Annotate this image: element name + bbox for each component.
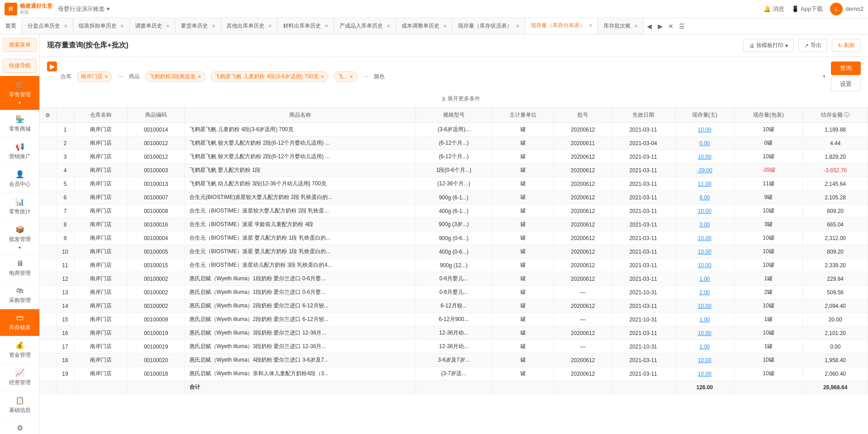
tab-close-icon[interactable]: ✕ bbox=[212, 24, 215, 28]
row-stock-main[interactable]: 1.00 bbox=[675, 272, 734, 286]
remove-goods-tag1-icon[interactable]: ✕ bbox=[198, 74, 201, 79]
row-balance: 20.00 bbox=[803, 313, 868, 326]
tab-close-icon[interactable]: ✕ bbox=[387, 24, 390, 28]
sidebar-item-inventory[interactable]: 🗃 库存核算 bbox=[0, 309, 39, 336]
row-stock-main[interactable]: -39.00 bbox=[675, 164, 734, 177]
gear-icon[interactable]: ⚙ bbox=[45, 112, 50, 118]
row-stock-main[interactable]: 10.00 bbox=[675, 245, 734, 259]
tab-bar: 首页 分盘点单历史 ✕ 组装拆卸单历史 ✕ 调拨单历史 ✕ 要货单历史 ✕ 其他… bbox=[0, 18, 868, 34]
warehouse-filter-tag[interactable]: 南岸门店 ✕ bbox=[77, 71, 112, 82]
remove-goods-tag3-icon[interactable]: ✕ bbox=[349, 74, 353, 79]
row-warehouse: 南岸门店 bbox=[74, 272, 127, 286]
sidebar-item-retail_mgmt[interactable]: 🛒 零售管理 ▾ bbox=[0, 76, 39, 110]
row-gear bbox=[40, 354, 56, 367]
query-button[interactable]: 查询 bbox=[831, 61, 861, 75]
app-download-btn[interactable]: 📱 App下载 bbox=[792, 5, 823, 13]
tab-close-icon[interactable]: ✕ bbox=[64, 24, 67, 28]
print-button[interactable]: 🖨 按模板打印 ▾ bbox=[743, 39, 794, 52]
row-gear bbox=[40, 299, 56, 313]
tab-close-all[interactable]: ✕ bbox=[665, 21, 676, 32]
sidebar-item-member_center[interactable]: 👤 会员中心 bbox=[0, 165, 39, 193]
sidebar-item-retail_stats[interactable]: 📊 零售统计 bbox=[0, 193, 39, 221]
footer-empty6 bbox=[492, 381, 554, 394]
remove-goods-tag2-icon[interactable]: ✕ bbox=[321, 74, 324, 79]
row-stock-main[interactable]: 11.00 bbox=[675, 177, 734, 191]
tab-现存量库存状况表[interactable]: 现存量（库存状况表） ✕ bbox=[453, 18, 525, 34]
row-expire: 2021-03-04 bbox=[612, 137, 675, 150]
sidebar-item-operation[interactable]: 📈 经营管理 bbox=[0, 364, 39, 392]
settings-button[interactable]: 设置 bbox=[831, 77, 861, 91]
expand-filter-button[interactable]: ▶ bbox=[47, 61, 57, 71]
row-stock-main[interactable]: 0.00 bbox=[675, 137, 734, 150]
row-stock-main[interactable]: 10.00 bbox=[675, 299, 734, 313]
expand-conditions-button[interactable]: ⊻ 展开更多条件 bbox=[442, 95, 480, 103]
tab-产成品入库单历史[interactable]: 产成品入库单历史 ✕ bbox=[334, 18, 396, 34]
tab-close-icon[interactable]: ✕ bbox=[325, 24, 328, 28]
row-stock-main[interactable]: 10.00 bbox=[675, 326, 734, 340]
tab-close-icon[interactable]: ✕ bbox=[120, 24, 124, 28]
warehouse-filter-more[interactable]: ··· bbox=[118, 72, 123, 80]
sidebar-item-retail_shop[interactable]: 🏪 零售商城 bbox=[0, 110, 39, 138]
tab-menu[interactable]: ☰ bbox=[676, 21, 687, 32]
row-balance: 809.20 bbox=[803, 204, 868, 218]
messages-btn[interactable]: 🔔 消息 bbox=[764, 5, 784, 13]
tab-其他出库单历史[interactable]: 其他出库单历史 ✕ bbox=[221, 18, 278, 34]
export-button[interactable]: ↗ 导出 bbox=[798, 39, 827, 52]
sidebar-item-sys_mgmt[interactable]: ⚙ 系统管理 bbox=[0, 419, 39, 434]
row-stock-main[interactable]: 10.00 bbox=[675, 367, 734, 381]
tab-home[interactable]: 首页 bbox=[0, 18, 22, 34]
row-stock-main[interactable]: 1.00 bbox=[675, 313, 734, 326]
row-batch: 20200612 bbox=[554, 191, 612, 204]
tab-close-icon[interactable]: ✕ bbox=[516, 24, 519, 28]
logo-icon: 好 bbox=[5, 3, 17, 15]
tab-close-icon[interactable]: ✕ bbox=[589, 23, 592, 28]
row-stock-main[interactable]: 10.00 bbox=[675, 259, 734, 272]
tab-调拨单历史[interactable]: 调拨单历史 ✕ bbox=[130, 18, 175, 34]
row-stock-main[interactable]: 1.00 bbox=[675, 340, 734, 354]
goods-filter-more[interactable]: ··· bbox=[363, 72, 368, 80]
search-menu-button[interactable]: 搜索菜单 bbox=[3, 38, 37, 52]
row-stock-main[interactable]: 10.00 bbox=[675, 354, 734, 367]
sidebar-item-basic_info[interactable]: 📋 基础信息 bbox=[0, 392, 39, 419]
color-dropdown-icon[interactable]: ▾ bbox=[823, 73, 826, 80]
tab-现存量库存分布表[interactable]: 现存量（库存分布表） ✕ bbox=[525, 18, 598, 34]
tab-close-icon[interactable]: ✕ bbox=[443, 24, 447, 28]
sidebar-item-ecom_mgmt[interactable]: 🖥 电商管理 bbox=[0, 255, 39, 282]
row-stock-main[interactable]: 3.00 bbox=[675, 218, 734, 231]
row-balance: 0.00 bbox=[803, 340, 868, 354]
row-gear bbox=[40, 313, 56, 326]
row-stock-main[interactable]: 9.00 bbox=[675, 191, 734, 204]
row-name: 惠氏启赋（Wyeth illuma）3段奶粉 爱尔兰进口 12-36月... bbox=[184, 340, 415, 354]
sidebar-item-purchase_mgmt[interactable]: 🛍 采购管理 bbox=[0, 282, 39, 309]
goods-filter-tag2[interactable]: 飞鹤星飞帆 儿童奶粉 4段(3-6岁适用) 700克 ✕ bbox=[211, 71, 328, 82]
remove-warehouse-tag-icon[interactable]: ✕ bbox=[104, 74, 108, 79]
sidebar-item-finance[interactable]: 💰 资金管理 bbox=[0, 336, 39, 364]
row-stock-main[interactable]: 10.00 bbox=[675, 231, 734, 245]
table-row: 17 南岸门店 00100019 惠氏启赋（Wyeth illuma）3段奶粉 … bbox=[40, 340, 868, 354]
tab-分盘点单历史[interactable]: 分盘点单历史 ✕ bbox=[22, 18, 73, 34]
row-stock-main[interactable]: 10.00 bbox=[675, 123, 734, 137]
org-selector[interactable]: 母婴行业演示账套 ▾ bbox=[58, 5, 110, 13]
goods-filter-tag3[interactable]: 飞... ✕ bbox=[334, 71, 357, 82]
row-stock-main[interactable]: 2.00 bbox=[675, 286, 734, 299]
tab-材料出库单历史[interactable]: 材料出库单历史 ✕ bbox=[278, 18, 334, 34]
tab-库存批次账[interactable]: 库存批次账 ✕ bbox=[598, 18, 644, 34]
sidebar-item-wholesale_mgmt[interactable]: 📦 批发管理 ▾ bbox=[0, 221, 39, 255]
tab-要货单历史[interactable]: 要货单历史 ✕ bbox=[175, 18, 221, 34]
tab-成本调整单历史[interactable]: 成本调整单历史 ✕ bbox=[396, 18, 453, 34]
user-area[interactable]: E demo2 bbox=[830, 3, 863, 15]
tab-nav-prev[interactable]: ◀ bbox=[644, 21, 655, 32]
tab-close-icon[interactable]: ✕ bbox=[634, 24, 638, 28]
row-unit: 罐 bbox=[492, 177, 554, 191]
tab-组装拆卸单历史[interactable]: 组装拆卸单历史 ✕ bbox=[73, 18, 130, 34]
row-stock-main[interactable]: 10.00 bbox=[675, 150, 734, 164]
row-batch: — bbox=[554, 286, 612, 299]
row-stock-main[interactable]: 10.00 bbox=[675, 204, 734, 218]
quick-nav-button[interactable]: 快捷导航 bbox=[3, 59, 37, 73]
tab-close-icon[interactable]: ✕ bbox=[166, 24, 170, 28]
sidebar-item-marketing[interactable]: 📢 营销推广 bbox=[0, 138, 39, 165]
goods-filter-tag1[interactable]: 飞鹤奶粉3段两提装 ✕ bbox=[145, 71, 205, 82]
tab-nav-next[interactable]: ▶ bbox=[655, 21, 665, 32]
refresh-button[interactable]: ↻ 刷新 bbox=[832, 39, 861, 52]
tab-close-icon[interactable]: ✕ bbox=[268, 24, 272, 28]
